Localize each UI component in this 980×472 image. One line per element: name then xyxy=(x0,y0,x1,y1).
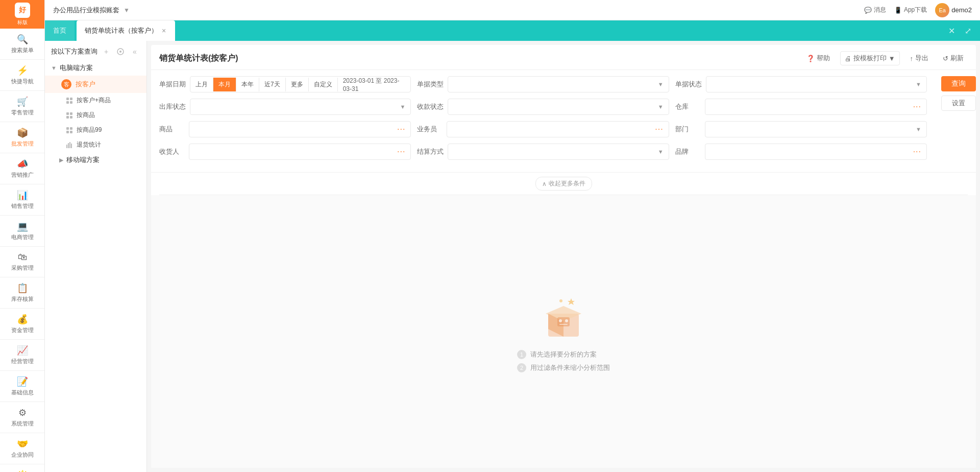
date-filter[interactable]: 上月 本月 本年 xyxy=(190,76,411,92)
sidebar-item-label: 快捷导航 xyxy=(11,78,34,85)
sidebar-item-finance[interactable]: 💰 资金管理 xyxy=(0,309,44,340)
filter-row-3: 商品 ··· 业务员 ··· xyxy=(159,121,927,137)
home-tab-label: 首页 xyxy=(53,26,66,35)
filter-controls: 单据日期 上月 本月 xyxy=(151,70,935,172)
left-panel-header: 按以下方案查询 + « xyxy=(45,41,146,60)
payment-select[interactable]: ▼ xyxy=(448,144,669,160)
sidebar-item-ecommerce[interactable]: 💻 电商管理 xyxy=(0,216,44,247)
receive-status-select[interactable]: ▼ xyxy=(448,99,669,115)
export-btn[interactable]: ↑ 导出 xyxy=(906,52,933,65)
brand-select[interactable]: ··· xyxy=(705,144,927,160)
date-btn-this-year[interactable]: 本年 xyxy=(236,78,259,91)
order-status-select[interactable]: ▼ xyxy=(706,76,927,92)
help-btn[interactable]: ❓ 帮助 xyxy=(802,52,834,65)
empty-tips: 1 请先选择要分析的方案 2 用过滤条件来缩小分析范围 xyxy=(517,350,610,372)
filter-row-2: 出库状态 ▼ 收款状态 xyxy=(159,99,927,115)
receiver-label: 收货人 xyxy=(159,147,185,156)
sidebar-item-search-menu[interactable]: 🔍 搜索菜单 xyxy=(0,29,44,60)
header-left: 办公用品行业模拟账套 ▼ xyxy=(53,6,130,15)
svg-rect-20 xyxy=(557,317,570,326)
date-btn-7days[interactable]: 近7天 xyxy=(259,78,286,91)
svg-rect-2 xyxy=(66,98,69,100)
scheme-sub-item-by-goods[interactable]: 按商品 xyxy=(45,108,146,123)
sidebar-item-quick-nav[interactable]: ⚡ 快捷导航 xyxy=(0,60,44,91)
dept-label: 部门 xyxy=(675,125,701,134)
query-button[interactable]: 查询 xyxy=(941,76,976,91)
svg-rect-7 xyxy=(70,112,72,115)
basic-info-icon: 📝 xyxy=(17,376,28,387)
sidebar-item-marketing[interactable]: 📣 营销推广 xyxy=(0,153,44,184)
sidebar-item-inventory[interactable]: 📋 库存核算 xyxy=(0,277,44,309)
scheme-sub-item-by-customer-goods[interactable]: 按客户+商品 xyxy=(45,93,146,108)
dept-select[interactable]: ▼ xyxy=(705,121,927,137)
goods-label: 商品 xyxy=(159,125,185,134)
settings-button[interactable]: 设置 xyxy=(941,96,976,111)
order-type-select[interactable]: ▼ xyxy=(448,76,669,92)
sidebar-item-sales-mgmt[interactable]: 📊 销售管理 xyxy=(0,184,44,216)
template-print-icon: 🖨 xyxy=(845,55,851,62)
app-download-icon: 📱 xyxy=(894,7,902,14)
app-download-action[interactable]: 📱 App下载 xyxy=(894,6,927,14)
collapse-panel-btn[interactable]: « xyxy=(129,46,140,57)
finance-icon: 💰 xyxy=(17,314,28,325)
sidebar-item-operations[interactable]: 📈 经营管理 xyxy=(0,340,44,371)
sidebar-item-label: 系统管理 xyxy=(11,420,34,428)
ship-status-select[interactable]: ▼ xyxy=(190,99,411,115)
svg-rect-5 xyxy=(70,101,72,104)
svg-point-21 xyxy=(559,319,562,322)
mobile-group-header[interactable]: ▶ 移动端方案 xyxy=(45,152,146,168)
tab-active[interactable]: 销货单统计表（按客户） × xyxy=(77,20,175,41)
date-btn-custom[interactable]: 自定义 xyxy=(309,78,338,91)
collapse-label: 收起更多条件 xyxy=(549,179,585,188)
new-guide-icon: 🌟 xyxy=(17,469,28,472)
sidebar-item-system-mgmt[interactable]: ⚙ 系统管理 xyxy=(0,402,44,433)
tab-close-icon[interactable]: × xyxy=(161,27,167,35)
add-scheme-btn[interactable]: + xyxy=(101,46,112,57)
scheme-sub-item-return-stats[interactable]: 退货统计 xyxy=(45,137,146,152)
order-type-label: 单据类型 xyxy=(417,80,444,89)
inventory-icon: 📋 xyxy=(17,282,28,294)
sidebar-item-wholesale-mgmt[interactable]: 📦 批发管理 xyxy=(0,122,44,153)
ecommerce-icon: 💻 xyxy=(17,221,28,232)
sidebar-item-label: 资金管理 xyxy=(11,326,34,334)
tab-close-btn[interactable]: ✕ xyxy=(945,25,958,37)
date-btn-this-month[interactable]: 本月 xyxy=(213,78,236,91)
tip-num-1: 1 xyxy=(517,350,526,359)
export-label: 导出 xyxy=(915,54,928,63)
salesperson-select[interactable]: ··· xyxy=(447,121,669,137)
sidebar-item-label: 企业协同 xyxy=(11,451,34,459)
desktop-group-header[interactable]: ▼ 电脑端方案 xyxy=(45,60,146,76)
header-dropdown-icon[interactable]: ▼ xyxy=(124,7,130,14)
active-tab-label: 销货单统计表（按客户） xyxy=(85,26,158,35)
svg-rect-8 xyxy=(66,116,69,119)
desktop-group-label: 电脑端方案 xyxy=(60,63,140,73)
tip-text-2: 用过滤条件来缩小分析范围 xyxy=(530,363,610,372)
sidebar-item-retail-mgmt[interactable]: 🛒 零售管理 xyxy=(0,91,44,122)
refresh-btn[interactable]: ↺ 刷新 xyxy=(939,52,968,65)
purchase-icon: 🛍 xyxy=(18,252,27,263)
edit-scheme-btn[interactable] xyxy=(115,46,126,57)
warehouse-select[interactable]: ··· xyxy=(705,99,927,115)
message-action[interactable]: 💬 消息 xyxy=(864,6,886,14)
user-info[interactable]: Ea demo2 xyxy=(935,3,972,17)
message-icon: 💬 xyxy=(864,7,872,14)
collapse-btn[interactable]: ∧ 收起更多条件 xyxy=(535,177,592,191)
tab-expand-btn[interactable]: ⤢ xyxy=(962,25,974,37)
receive-status-dropdown-icon: ▼ xyxy=(658,104,664,110)
help-label: 帮助 xyxy=(817,54,830,63)
date-btn-last-month[interactable]: 上月 xyxy=(190,78,213,91)
receiver-select[interactable]: ··· xyxy=(189,144,411,160)
sidebar-item-cooperation[interactable]: 🤝 企业协同 xyxy=(0,433,44,464)
sidebar-item-purchase-mgmt[interactable]: 🛍 采购管理 xyxy=(0,247,44,277)
scheme-item-by-customer[interactable]: 客 按客户 xyxy=(45,76,146,93)
order-type-dropdown-icon: ▼ xyxy=(658,81,664,87)
date-btn-more[interactable]: 更多 xyxy=(286,78,309,91)
sidebar-item-basic-info[interactable]: 📝 基础信息 xyxy=(0,371,44,402)
tab-home[interactable]: 首页 xyxy=(45,20,75,41)
goods-select[interactable]: ··· xyxy=(189,121,411,137)
scheme-sub-item-by-goods-99[interactable]: 按商品99 xyxy=(45,123,146,137)
filter-item-ship-status: 出库状态 ▼ xyxy=(159,99,411,115)
sidebar-item-new-guide[interactable]: 🌟 新手引导 xyxy=(0,464,44,472)
template-print-btn[interactable]: 🖨 按模板打印 ▼ xyxy=(840,51,900,65)
svg-rect-17 xyxy=(71,144,72,148)
